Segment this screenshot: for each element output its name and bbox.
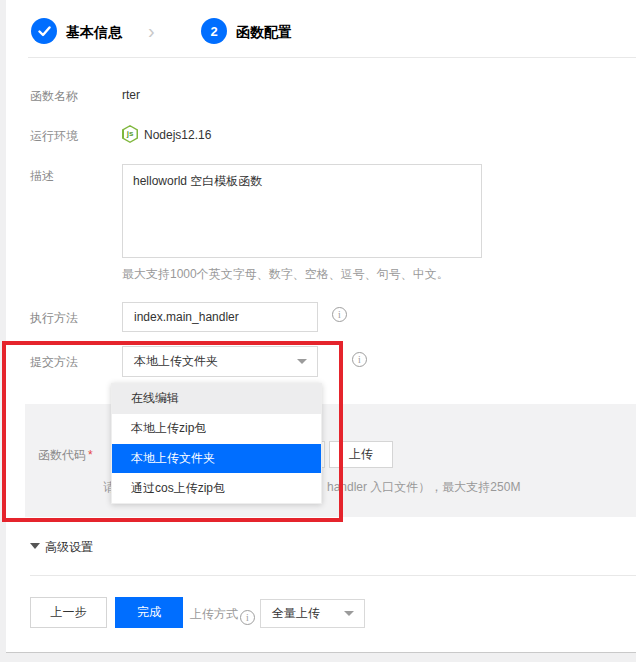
collapse-triangle-icon xyxy=(30,543,40,549)
runtime-value: Nodejs12.16 xyxy=(144,128,211,142)
submit-method-info-icon[interactable] xyxy=(352,352,367,367)
handler-input[interactable]: index.main_handler xyxy=(122,302,318,332)
handler-label: 执行方法 xyxy=(30,310,78,327)
upload-mode-select[interactable]: 全量上传 xyxy=(260,599,365,628)
step2-indicator[interactable]: 2 xyxy=(201,18,227,44)
description-label: 描述 xyxy=(30,168,54,185)
page: { "steps": { "step1": { "label": "基本信息" … xyxy=(0,0,636,662)
step-chevron-icon: › xyxy=(148,24,155,38)
description-textarea[interactable]: helloworld 空白模板函数 xyxy=(122,164,482,258)
prev-step-button[interactable]: 上一步 xyxy=(30,597,107,628)
submit-method-value: 本地上传文件夹 xyxy=(123,347,218,375)
description-hint: 最大支持1000个英文字母、数字、空格、逗号、句号、中文。 xyxy=(122,266,449,283)
dropdown-option-cos-zip[interactable]: 通过cos上传zip包 xyxy=(112,473,321,503)
dropdown-option-upload-folder[interactable]: 本地上传文件夹 xyxy=(112,444,321,474)
step1-label[interactable]: 基本信息 xyxy=(66,24,122,42)
function-code-label-text: 函数代码 xyxy=(38,448,86,462)
step1-indicator[interactable] xyxy=(31,18,57,44)
upload-mode-info-icon[interactable] xyxy=(240,610,255,625)
upload-mode-label-text: 上传方式 xyxy=(190,607,238,621)
step2-number: 2 xyxy=(210,24,217,39)
check-icon xyxy=(38,26,51,37)
handler-info-icon[interactable] xyxy=(332,307,347,322)
content-panel xyxy=(6,0,636,653)
function-name-value: rter xyxy=(122,88,140,102)
required-asterisk: * xyxy=(88,448,93,462)
nodejs-icon-text: js xyxy=(122,129,138,139)
function-code-label: 函数代码* xyxy=(38,447,93,464)
upload-button[interactable]: 上传 xyxy=(329,441,393,468)
footer-divider xyxy=(30,575,636,576)
chevron-down-icon xyxy=(297,359,307,364)
chevron-down-icon xyxy=(344,611,354,616)
submit-method-select[interactable]: 本地上传文件夹 xyxy=(122,346,318,377)
advanced-settings-toggle[interactable]: 高级设置 xyxy=(45,539,93,556)
upload-mode-label: 上传方式 xyxy=(190,606,255,625)
dropdown-option-online-edit[interactable]: 在线编辑 xyxy=(112,384,321,414)
runtime-label: 运行环境 xyxy=(30,128,78,145)
code-hint-right: handler 入口文件），最大支持250M xyxy=(327,479,520,496)
function-name-label: 函数名称 xyxy=(30,88,78,105)
header-divider xyxy=(28,57,636,58)
upload-mode-value: 全量上传 xyxy=(261,600,320,627)
dropdown-option-upload-zip[interactable]: 本地上传zip包 xyxy=(112,414,321,444)
submit-method-label: 提交方法 xyxy=(30,354,78,371)
submit-method-dropdown: 在线编辑 本地上传zip包 本地上传文件夹 通过cos上传zip包 xyxy=(111,383,322,504)
step2-label[interactable]: 函数配置 xyxy=(236,24,292,42)
finish-button[interactable]: 完成 xyxy=(115,597,183,628)
